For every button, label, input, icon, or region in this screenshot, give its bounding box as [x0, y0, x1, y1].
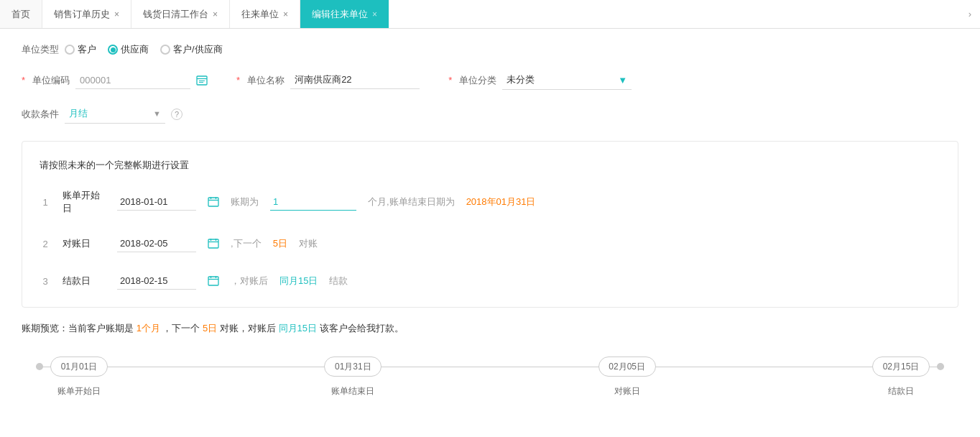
row-1-label: 账单开始日	[63, 189, 106, 215]
unit-type-radio-group: 客户 供应商 客户/供应商	[65, 43, 223, 56]
unit-name-input[interactable]	[290, 72, 420, 89]
row-1-date-input[interactable]	[117, 193, 196, 211]
radio-circle-customer	[65, 45, 75, 55]
payment-help-icon[interactable]: ?	[171, 109, 182, 120]
close-partner-unit[interactable]: ×	[283, 9, 288, 19]
payment-dropdown[interactable]: 月结 ▼	[65, 104, 165, 124]
section-title: 请按照未来的一个完整帐期进行设置	[40, 159, 940, 172]
radio-both[interactable]: 客户/供应商	[160, 43, 223, 56]
tab-bar: 首页 销售订单历史 × 钱货日清工作台 × 往来单位 × 编辑往来单位 × ›	[0, 0, 980, 29]
row-3-hint-prefix: ，对账后	[231, 275, 268, 288]
unit-fields-row: * 单位编码 * 单位名称 * 单位分类 未分类 ▼	[22, 70, 958, 90]
row-2-hint-suffix: 对账	[299, 237, 318, 250]
close-sales-history[interactable]: ×	[114, 9, 119, 19]
unit-code-label: 单位编码	[32, 74, 70, 87]
unit-type-label: 单位类型	[22, 43, 59, 56]
payment-label: 收款条件	[22, 108, 59, 121]
row-1-end-date: 2018年01月31日	[466, 196, 536, 208]
row-2-highlight: 5日	[273, 237, 287, 250]
radio-supplier[interactable]: 供应商	[108, 43, 149, 56]
radio-circle-both	[160, 45, 170, 55]
row-2-label: 对账日	[63, 237, 106, 250]
preview-part3: 同月15日	[279, 323, 317, 334]
unit-category-value: 未分类	[507, 73, 618, 86]
setting-row-3: 3 结款日 ，对账后 同月15日 结款	[40, 272, 940, 290]
tab-sales-history[interactable]: 销售订单历史 ×	[42, 0, 131, 28]
svg-rect-12	[208, 277, 218, 285]
row-1-number: 1	[40, 197, 51, 208]
timeline-node-1: 01月01日 账单开始日	[50, 356, 108, 397]
main-content: 单位类型 客户 供应商 客户/供应商 * 单位编码	[0, 29, 980, 437]
row-3-highlight: 同月15日	[279, 275, 318, 288]
tab-home[interactable]: 首页	[0, 0, 42, 28]
row-2-calendar-icon[interactable]	[208, 238, 219, 249]
row-3-hint-suffix: 结款	[329, 275, 348, 288]
setting-row-1: 1 账单开始日 账期为 个月,账单结束日期为 2018年01月31日	[40, 189, 940, 215]
settings-section: 请按照未来的一个完整帐期进行设置 1 账单开始日 账期为 个月,账单结束日期为 …	[22, 141, 958, 308]
payment-dropdown-arrow: ▼	[153, 109, 161, 118]
unit-code-input[interactable]	[75, 72, 190, 89]
timeline: 01月01日 账单开始日 01月31日 账单结束日 02月05日 对账日	[22, 356, 958, 397]
payment-value: 月结	[69, 107, 149, 120]
row-2-number: 2	[40, 239, 51, 249]
row-3-date-input[interactable]	[117, 272, 196, 290]
tab-cash-work[interactable]: 钱货日清工作台 ×	[131, 0, 230, 28]
row-3-calendar-icon[interactable]	[208, 275, 219, 287]
row-1-hint-suffix: 个月,账单结束日期为	[368, 196, 455, 208]
radio-circle-supplier	[108, 45, 118, 55]
setting-row-2: 2 对账日 ,下一个 5日 对账	[40, 235, 940, 252]
preview-text: 账期预览：当前客户账期是 1个月 ，下一个 5日 对账，对账后 同月15日 该客…	[22, 322, 958, 335]
svg-rect-8	[208, 239, 218, 248]
unit-category-dropdown[interactable]: 未分类 ▼	[502, 70, 632, 90]
close-cash-work[interactable]: ×	[213, 9, 218, 19]
tab-edit-partner[interactable]: 编辑往来单位 ×	[300, 0, 389, 28]
svg-rect-4	[208, 198, 218, 206]
payment-row: 收款条件 月结 ▼ ?	[22, 104, 958, 124]
row-3-number: 3	[40, 276, 51, 287]
unit-category-label: 单位分类	[459, 74, 496, 87]
close-edit-partner[interactable]: ×	[372, 9, 377, 19]
row-2-date-input[interactable]	[117, 235, 196, 252]
row-3-label: 结款日	[63, 275, 106, 288]
unit-type-row: 单位类型 客户 供应商 客户/供应商	[22, 43, 958, 56]
unit-code-icon-btn[interactable]	[196, 75, 208, 86]
timeline-node-3: 02月05日 对账日	[598, 356, 656, 397]
row-1-hint-prefix: 账期为	[231, 196, 259, 208]
row-2-hint-prefix: ,下一个	[231, 237, 262, 250]
category-dropdown-arrow: ▼	[618, 75, 627, 86]
unit-name-label: 单位名称	[247, 74, 285, 87]
radio-customer[interactable]: 客户	[65, 43, 96, 56]
row-1-months-input[interactable]	[270, 193, 356, 211]
row-1-calendar-icon[interactable]	[208, 196, 219, 208]
timeline-node-4: 02月15日 结款日	[872, 356, 930, 397]
tab-expand-btn[interactable]: ›	[960, 0, 980, 28]
preview-part1: 1个月	[137, 323, 160, 334]
preview-section: 账期预览：当前客户账期是 1个月 ，下一个 5日 对账，对账后 同月15日 该客…	[22, 322, 958, 397]
tab-partner-unit[interactable]: 往来单位 ×	[230, 0, 300, 28]
preview-part2: 5日	[203, 323, 217, 334]
timeline-node-2: 01月31日 账单结束日	[324, 356, 382, 397]
